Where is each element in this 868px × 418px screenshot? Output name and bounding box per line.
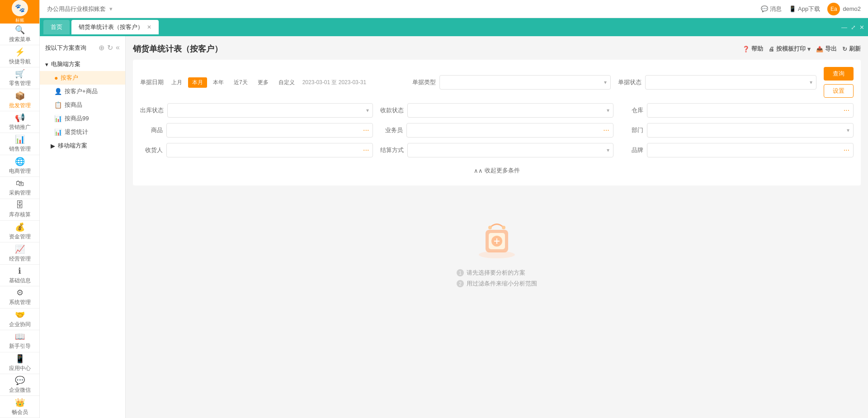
doc-type-dropdown-icon: ▾ [604, 79, 607, 86]
warehouse-ellipsis-icon[interactable]: ··· [844, 106, 849, 114]
user-profile[interactable]: Ea demo2 [827, 3, 861, 15]
settlement-input[interactable]: ▾ [407, 143, 613, 157]
out-status-input[interactable]: ▾ [167, 103, 373, 118]
warehouse-input[interactable]: ··· [647, 103, 854, 118]
filter-warehouse-field: 仓库 ··· [621, 103, 854, 118]
refresh-btn[interactable]: ↻ 刷新 [842, 45, 861, 53]
filter-brand-field: 品牌 ··· [621, 143, 854, 157]
goods-ellipsis-icon[interactable]: ··· [363, 126, 369, 134]
date-btn-last-month[interactable]: 上月 [167, 77, 186, 88]
sidebar-item-wholesale[interactable]: 📦 批发管理 [0, 89, 40, 111]
sidebar-item-sales[interactable]: 📊 销售管理 [0, 133, 40, 155]
tree-item-by-goods-99[interactable]: 📊 按商品99 [40, 112, 125, 125]
member-icon: 👑 [15, 398, 25, 408]
tree-item-by-customer-goods[interactable]: 👤 按客户+商品 [40, 85, 125, 98]
brand-input[interactable]: ··· [647, 143, 854, 157]
tab-sales-stats[interactable]: 销货单统计表（按客户） ✕ [71, 20, 159, 34]
tree-item-by-goods[interactable]: 📋 按商品 [40, 98, 125, 112]
sidebar-item-enterprise[interactable]: 🤝 企业协同 [0, 309, 40, 330]
sidebar-item-retail[interactable]: 🛒 零售管理 [0, 67, 40, 89]
refresh-icon: ↻ [842, 46, 847, 52]
filter-row-4: 收货人 ··· 结算方式 ▾ 品牌 [140, 143, 854, 157]
tab-home-label: 首页 [51, 23, 62, 31]
tree-mobile-group-header[interactable]: ▶ 移动端方案 [40, 139, 125, 152]
panel-collapse-btn[interactable]: « [116, 43, 120, 52]
salesperson-input[interactable]: ··· [406, 123, 613, 138]
message-btn[interactable]: 💬 消息 [761, 5, 782, 13]
sidebar-item-new-guide[interactable]: 📖 新手引导 [0, 330, 40, 352]
right-content: 销货单统计表（按客户） ❓ 帮助 🖨 按模板打印 ▾ 📤 导出 [126, 36, 868, 418]
doc-type-label: 单据类型 [412, 78, 436, 86]
sidebar-item-system[interactable]: ⚙ 系统管理 [0, 286, 40, 308]
app-download-btn[interactable]: 📱 App下载 [789, 5, 820, 13]
sidebar-item-purchase[interactable]: 🛍 采购管理 [0, 177, 40, 199]
sidebar-item-operation[interactable]: 📈 经营管理 [0, 242, 40, 264]
empty-hint-text: 1 请先选择要分析的方案 2 用过滤条件来缩小分析范围 [457, 269, 537, 288]
action-buttons: 查询 设置 [824, 67, 854, 98]
topbar: 办公用品行业模拟账套 ▾ 💬 消息 📱 App下载 Ea demo2 [40, 0, 868, 18]
export-btn[interactable]: 📤 导出 [816, 45, 837, 53]
dept-input[interactable]: ▾ [647, 123, 854, 138]
tab-minimize-btn[interactable]: — [841, 24, 847, 31]
setting-button[interactable]: 设置 [824, 84, 854, 98]
help-btn[interactable]: ❓ 帮助 [742, 45, 763, 53]
doc-status-input[interactable]: ▾ [645, 75, 816, 90]
left-panel: 按以下方案查询 ⊕ ↻ « ▾ 电脑端方案 ● 按客户 [40, 36, 126, 418]
sidebar-item-ecommerce[interactable]: 🌐 电商管理 [0, 155, 40, 177]
brand-ellipsis-icon[interactable]: ··· [844, 146, 849, 154]
panel-add-btn[interactable]: ⊕ [99, 43, 104, 52]
template-print-btn[interactable]: 🖨 按模板打印 ▾ [769, 45, 811, 53]
sidebar-item-enterprise-wechat[interactable]: 💬 企业微信 [0, 374, 40, 396]
date-btn-this-year[interactable]: 本年 [209, 77, 228, 88]
sidebar-item-label: 应用中心 [9, 365, 31, 372]
tree-desktop-group-header[interactable]: ▾ 电脑端方案 [40, 57, 125, 71]
date-btn-last-7-days[interactable]: 近7天 [230, 77, 252, 88]
receiver-input[interactable]: ··· [166, 143, 373, 157]
tree-item-by-customer[interactable]: ● 按客户 [40, 71, 125, 85]
collapse-more-btn[interactable]: ∧∧ 收起更多条件 [140, 163, 854, 178]
goods-icon: 📋 [54, 101, 62, 109]
sidebar-item-label: 快捷导航 [9, 58, 31, 66]
operation-icon: 📈 [15, 244, 25, 254]
date-btn-custom[interactable]: 自定义 [274, 77, 299, 88]
date-btn-this-month[interactable]: 本月 [188, 77, 207, 88]
sidebar-item-inventory[interactable]: 🗄 库存核算 [0, 199, 40, 221]
print-dropdown-icon[interactable]: ▾ [807, 46, 811, 52]
payment-status-input[interactable]: ▾ [407, 103, 613, 118]
sidebar-item-basics[interactable]: ℹ 基础信息 [0, 265, 40, 286]
goods-label: 商品 [140, 126, 163, 134]
filter-dept-field: 部门 ▾ [621, 123, 854, 138]
page-title-text: 销货单统计表（按客户） [133, 43, 222, 54]
customer-icon: ● [54, 74, 58, 81]
query-button[interactable]: 查询 [824, 67, 854, 81]
tab-maximize-btn[interactable]: ⤢ [851, 24, 856, 31]
sidebar-item-marketing[interactable]: 📢 营销推广 [0, 111, 40, 133]
sidebar-item-label: 基础信息 [9, 277, 31, 285]
tab-close-icon[interactable]: ✕ [147, 24, 151, 30]
help-icon: ❓ [742, 46, 750, 52]
enterprise-icon: 🤝 [15, 310, 25, 320]
panel-refresh-btn[interactable]: ↻ [107, 43, 113, 52]
doc-status-dropdown-icon: ▾ [810, 79, 812, 86]
sidebar-item-quick-nav[interactable]: ⚡ 快捷导航 [0, 45, 40, 67]
receiver-ellipsis-icon[interactable]: ··· [363, 146, 369, 154]
sidebar-item-finance[interactable]: 💰 资金管理 [0, 221, 40, 242]
sidebar-item-label: 企业协同 [9, 321, 31, 328]
sidebar-item-label: 采购管理 [9, 189, 31, 197]
sidebar-item-member[interactable]: 👑 畅会员 [0, 396, 40, 418]
tab-home[interactable]: 首页 [43, 20, 70, 34]
tree-desktop-label: 电脑端方案 [51, 60, 80, 68]
sidebar-item-search-menu[interactable]: 🔍 搜索菜单 [0, 24, 40, 45]
salesperson-ellipsis-icon[interactable]: ··· [603, 126, 609, 134]
date-btn-more[interactable]: 更多 [254, 77, 273, 88]
goods-input[interactable]: ··· [166, 123, 373, 138]
search-menu-icon: 🔍 [15, 25, 25, 35]
filter-form: 单据日期 上月 本月 本年 近7天 更多 自定义 2023-03-01 至 20… [133, 60, 861, 185]
goods99-icon: 📊 [54, 115, 62, 122]
dropdown-chevron-icon[interactable]: ▾ [109, 5, 113, 12]
tab-close-btn[interactable]: ✕ [859, 24, 864, 31]
tree-item-return-stats[interactable]: 📊 退货统计 [40, 125, 125, 139]
out-status-label: 出库状态 [140, 106, 164, 114]
sidebar-item-app-center[interactable]: 📱 应用中心 [0, 352, 40, 374]
doc-type-input[interactable]: ▾ [439, 75, 611, 90]
